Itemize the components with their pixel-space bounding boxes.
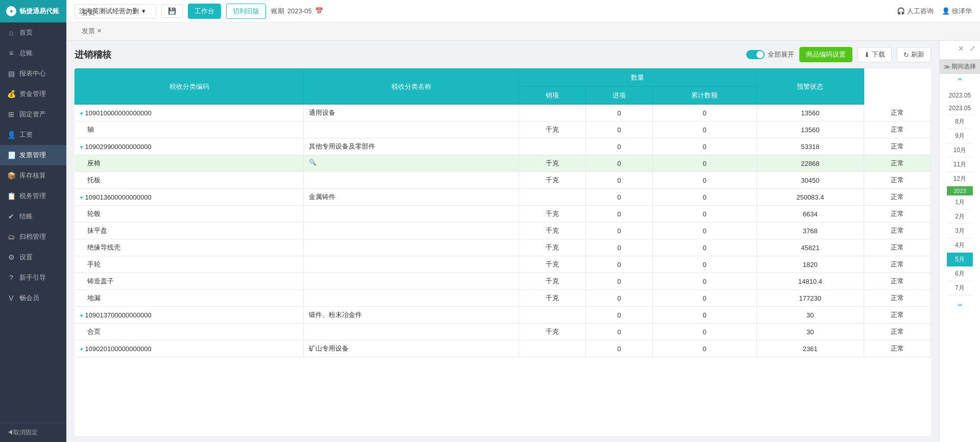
cell-purchase: 0	[653, 105, 757, 121]
scroll-down-button[interactable]: ⌄	[954, 296, 966, 311]
tab-发票[interactable]: 发票✕	[75, 22, 122, 41]
cell-name: 锻件、粉末冶金件	[304, 307, 519, 324]
cell-warning: 正常	[864, 340, 930, 357]
table-row: 托板 千克 0 0 30450 正常	[75, 172, 931, 189]
sidebar-item-reports[interactable]: ▤报表中心	[0, 63, 66, 84]
cell-purchase: 0	[653, 290, 757, 307]
table-row: 合页 千克 0 0 30 正常	[75, 324, 931, 340]
sidebar-item-salary[interactable]: 👤工资	[0, 125, 66, 145]
table-row: ▾109010000000000000 通用设备 0 0 13560 正常	[75, 105, 931, 121]
sidebar-item-settings[interactable]: ⚙设置	[0, 247, 66, 267]
period-item-4[interactable]: 10月	[947, 143, 973, 158]
scroll-up-button[interactable]: ⌃	[954, 74, 966, 89]
sidebar-item-tax[interactable]: 📋税务管理	[0, 186, 66, 206]
cell-total: 3768	[756, 223, 864, 239]
cell-total: 22868	[756, 155, 864, 172]
cell-code: 座椅	[75, 155, 304, 172]
period-item-1[interactable]: 2023.05	[947, 102, 973, 115]
cell-purchase: 0	[653, 189, 757, 206]
cell-purchase: 0	[653, 273, 757, 290]
calendar-icon[interactable]: 📅	[315, 7, 323, 15]
cell-code: 地漏	[75, 290, 304, 307]
cell-sales: 0	[585, 290, 652, 307]
workspace-button[interactable]: 工作台	[188, 4, 221, 19]
table-row: ▾109013700000000000 锻件、粉末冶金件 0 0 30 正常	[75, 307, 931, 324]
cell-code: 铸造盖子	[75, 273, 304, 290]
close-panel-button[interactable]: ✕	[957, 44, 966, 53]
search-icon[interactable]: 🔍	[309, 159, 316, 166]
support-label: 人工咨询	[907, 7, 934, 16]
sidebar-label-invoice: 发票管理	[19, 151, 46, 160]
sidebar-label-reports: 报表中心	[19, 69, 46, 78]
period-display: 账期 2023-05 📅	[271, 7, 323, 16]
cell-sales: 0	[585, 324, 652, 340]
product-code-button[interactable]: 商品编码设置	[799, 47, 852, 62]
period-item-9[interactable]: 2月	[947, 210, 973, 224]
sidebar-item-guide[interactable]: ?新手引导	[0, 267, 66, 288]
cell-total: 1820	[756, 256, 864, 273]
tab-首页[interactable]: 首页	[75, 4, 122, 22]
refresh-icon: ↻	[903, 51, 909, 59]
cell-unit: 千克	[519, 155, 585, 172]
sidebar-item-vip[interactable]: V畅会员	[0, 288, 66, 308]
header-actions: 全部展开 商品编码设置 ⬇ 下载 ↻ 刷新	[746, 47, 931, 62]
period-item-3[interactable]: 9月	[947, 129, 973, 143]
cell-sales: 0	[585, 206, 652, 223]
period-item-6[interactable]: 12月	[947, 172, 973, 186]
period-item-12[interactable]: 5月	[947, 253, 973, 267]
save-draft-button[interactable]: 💾	[161, 4, 183, 18]
invoice-icon: 🧾	[7, 151, 15, 159]
sidebar-item-assets[interactable]: ⊞固定资产	[0, 104, 66, 125]
toggle-switch-control[interactable]	[746, 50, 765, 59]
cell-unit	[519, 307, 585, 324]
table-row: 座椅 🔍 千克 0 0 22868 正常	[75, 155, 931, 172]
cell-purchase: 0	[653, 256, 757, 273]
period-item-13[interactable]: 6月	[947, 267, 973, 281]
sidebar-item-home[interactable]: ⌂首页	[0, 22, 66, 43]
period-item-11[interactable]: 4月	[947, 238, 973, 253]
table-row: ▾109029900000000000 其他专用设备及零部件 0 0 53318…	[75, 138, 931, 155]
period-item-0[interactable]: 2023.05	[947, 89, 973, 102]
unpin-label: ◀取消固定	[7, 428, 38, 437]
period-item-8[interactable]: 1月	[947, 195, 973, 210]
table-row: ▾109013600000000000 金属铸件 0 0 250083.4 正常	[75, 189, 931, 206]
cell-code: 托板	[75, 172, 304, 189]
cell-unit: 千克	[519, 239, 585, 256]
expand-panel-button[interactable]: ⤢	[968, 44, 977, 53]
cell-sales: 0	[585, 223, 652, 239]
period-item-14[interactable]: 7月	[947, 281, 973, 296]
sidebar: ✦ 畅捷通易代账 ⌂首页≡总账▤报表中心💰资金管理⊞固定资产👤工资🧾发票管理📦库…	[0, 0, 66, 442]
cell-unit: 千克	[519, 121, 585, 138]
support-button[interactable]: 🎧 人工咨询	[897, 7, 934, 16]
cell-total: 53318	[756, 138, 864, 155]
cell-name	[304, 239, 519, 256]
sidebar-item-invoice[interactable]: 🧾发票管理	[0, 145, 66, 165]
cell-total: 177230	[756, 290, 864, 307]
switch-old-button[interactable]: 切到旧版	[226, 4, 266, 19]
sidebar-item-inventory[interactable]: 📦库存核算	[0, 165, 66, 186]
sidebar-unpin-button[interactable]: ◀取消固定	[0, 423, 66, 442]
period-item-2[interactable]: 8月	[947, 115, 973, 129]
refresh-button[interactable]: ↻ 刷新	[897, 47, 931, 62]
cell-warning: 正常	[864, 324, 930, 340]
cell-code: ▾109029900000000000	[75, 138, 304, 155]
table-row: 轮毂 千克 0 0 6634 正常	[75, 206, 931, 223]
period-item-10[interactable]: 3月	[947, 224, 973, 238]
cell-warning: 正常	[864, 138, 930, 155]
expand-toggle[interactable]: 全部展开	[746, 50, 794, 59]
user-icon: 👤	[942, 7, 950, 15]
close-tab-1[interactable]: ✕	[97, 28, 102, 34]
sidebar-item-checkout[interactable]: ✔结账	[0, 206, 66, 227]
year-label: 2023	[947, 186, 973, 195]
period-item-5[interactable]: 11月	[947, 158, 973, 172]
download-label: 下载	[872, 50, 885, 59]
user-menu[interactable]: 👤 徐泽华	[942, 7, 972, 16]
period-select-header[interactable]: ≫ 期间选择	[940, 59, 980, 74]
sidebar-item-archive[interactable]: 🗂归档管理	[0, 227, 66, 247]
sidebar-item-funds[interactable]: 💰资金管理	[0, 84, 66, 104]
app-logo: ✦ 畅捷通易代账	[0, 0, 66, 22]
download-button[interactable]: ⬇ 下载	[857, 47, 892, 62]
table-row: ▾109020100000000000 矿山专用设备 0 0 2361 正常	[75, 340, 931, 357]
cell-unit: 千克	[519, 290, 585, 307]
sidebar-item-ledger[interactable]: ≡总账	[0, 43, 66, 63]
